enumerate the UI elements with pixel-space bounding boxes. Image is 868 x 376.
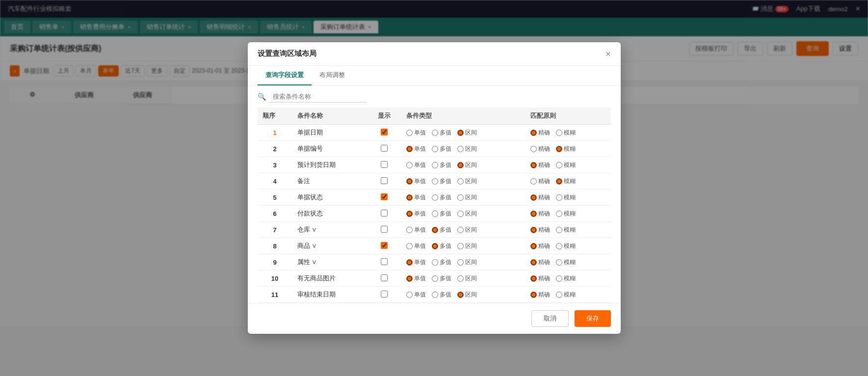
row-display[interactable] [367, 173, 401, 189]
type-option-区间[interactable]: 区间 [457, 129, 477, 137]
display-checkbox[interactable] [381, 177, 388, 184]
row-display[interactable] [367, 287, 401, 303]
type-option-区间[interactable]: 区间 [457, 177, 477, 186]
match-option-精确[interactable]: 精确 [530, 291, 550, 299]
type-option-单值[interactable]: 单值 [406, 193, 426, 202]
row-type[interactable]: 单值多值区间 [401, 287, 526, 303]
type-option-区间[interactable]: 区间 [457, 210, 477, 218]
cancel-button[interactable]: 取消 [531, 310, 569, 326]
type-option-单值[interactable]: 单值 [406, 291, 426, 299]
match-option-模糊[interactable]: 模糊 [556, 193, 576, 202]
type-option-单值[interactable]: 单值 [406, 226, 426, 234]
type-option-区间[interactable]: 区间 [457, 291, 477, 299]
type-option-多值[interactable]: 多值 [432, 242, 451, 250]
row-type[interactable]: 单值多值区间 [401, 157, 526, 173]
type-option-单值[interactable]: 单值 [406, 258, 426, 267]
tab-field-settings[interactable]: 查询字段设置 [258, 66, 312, 85]
type-option-单值[interactable]: 单值 [406, 242, 426, 250]
match-option-精确[interactable]: 精确 [530, 258, 550, 267]
row-display[interactable] [367, 238, 401, 254]
row-type[interactable]: 单值多值区间 [401, 222, 526, 238]
type-option-多值[interactable]: 多值 [432, 161, 451, 169]
save-button[interactable]: 保存 [575, 310, 611, 326]
match-option-精确[interactable]: 精确 [530, 274, 550, 283]
type-option-单值[interactable]: 单值 [406, 177, 426, 186]
type-option-区间[interactable]: 区间 [457, 226, 477, 234]
match-option-精确[interactable]: 精确 [530, 210, 550, 218]
match-option-精确[interactable]: 精确 [530, 145, 550, 153]
match-option-模糊[interactable]: 模糊 [556, 145, 576, 153]
type-option-区间[interactable]: 区间 [457, 274, 477, 283]
match-option-精确[interactable]: 精确 [530, 226, 550, 234]
type-option-区间[interactable]: 区间 [457, 145, 477, 153]
type-option-区间[interactable]: 区间 [457, 193, 477, 202]
row-display[interactable] [367, 206, 401, 222]
match-option-精确[interactable]: 精确 [530, 193, 550, 202]
match-option-模糊[interactable]: 模糊 [556, 129, 576, 137]
row-type[interactable]: 单值多值区间 [401, 125, 526, 141]
match-option-模糊[interactable]: 模糊 [556, 210, 576, 218]
modal-close-button[interactable]: × [605, 50, 611, 58]
type-option-多值[interactable]: 多值 [432, 210, 451, 218]
type-option-区间[interactable]: 区间 [457, 242, 477, 250]
row-match[interactable]: 精确模糊 [526, 189, 610, 206]
row-display[interactable] [367, 125, 401, 141]
row-type[interactable]: 单值多值区间 [401, 238, 526, 254]
type-option-多值[interactable]: 多值 [432, 193, 451, 202]
display-checkbox[interactable] [381, 193, 388, 200]
row-match[interactable]: 精确模糊 [526, 222, 610, 238]
row-match[interactable]: 精确模糊 [526, 141, 610, 157]
type-option-单值[interactable]: 单值 [406, 145, 426, 153]
display-checkbox[interactable] [381, 145, 388, 152]
display-checkbox[interactable] [381, 129, 388, 135]
match-option-模糊[interactable]: 模糊 [556, 226, 576, 234]
type-option-区间[interactable]: 区间 [457, 161, 477, 169]
row-match[interactable]: 精确模糊 [526, 173, 610, 189]
match-option-精确[interactable]: 精确 [530, 177, 550, 186]
type-option-多值[interactable]: 多值 [432, 226, 451, 234]
match-option-模糊[interactable]: 模糊 [556, 274, 576, 283]
search-input[interactable] [269, 91, 367, 103]
row-type[interactable]: 单值多值区间 [401, 141, 526, 157]
row-display[interactable] [367, 254, 401, 270]
row-type[interactable]: 单值多值区间 [401, 173, 526, 189]
match-option-模糊[interactable]: 模糊 [556, 161, 576, 169]
type-option-单值[interactable]: 单值 [406, 129, 426, 137]
match-option-精确[interactable]: 精确 [530, 129, 550, 137]
row-match[interactable]: 精确模糊 [526, 287, 610, 303]
row-display[interactable] [367, 222, 401, 238]
match-option-模糊[interactable]: 模糊 [556, 242, 576, 250]
row-match[interactable]: 精确模糊 [526, 125, 610, 141]
type-option-多值[interactable]: 多值 [432, 258, 451, 267]
type-option-多值[interactable]: 多值 [432, 129, 451, 137]
match-option-精确[interactable]: 精确 [530, 161, 550, 169]
display-checkbox[interactable] [381, 291, 388, 297]
row-type[interactable]: 单值多值区间 [401, 206, 526, 222]
row-match[interactable]: 精确模糊 [526, 270, 610, 287]
row-type[interactable]: 单值多值区间 [401, 270, 526, 287]
display-checkbox[interactable] [381, 258, 388, 265]
match-option-精确[interactable]: 精确 [530, 242, 550, 250]
display-checkbox[interactable] [381, 226, 388, 233]
match-option-模糊[interactable]: 模糊 [556, 177, 576, 186]
type-option-区间[interactable]: 区间 [457, 258, 477, 267]
row-match[interactable]: 精确模糊 [526, 157, 610, 173]
row-display[interactable] [367, 141, 401, 157]
type-option-单值[interactable]: 单值 [406, 210, 426, 218]
display-checkbox[interactable] [381, 242, 388, 249]
row-match[interactable]: 精确模糊 [526, 254, 610, 270]
match-option-模糊[interactable]: 模糊 [556, 291, 576, 299]
display-checkbox[interactable] [381, 274, 388, 281]
display-checkbox[interactable] [381, 161, 388, 168]
display-checkbox[interactable] [381, 210, 388, 216]
type-option-单值[interactable]: 单值 [406, 161, 426, 169]
type-option-多值[interactable]: 多值 [432, 145, 451, 153]
row-display[interactable] [367, 270, 401, 287]
type-option-多值[interactable]: 多值 [432, 291, 451, 299]
row-display[interactable] [367, 157, 401, 173]
match-option-模糊[interactable]: 模糊 [556, 258, 576, 267]
type-option-多值[interactable]: 多值 [432, 274, 451, 283]
tab-layout-adjust[interactable]: 布局调整 [312, 66, 353, 85]
type-option-多值[interactable]: 多值 [432, 177, 451, 186]
row-match[interactable]: 精确模糊 [526, 238, 610, 254]
